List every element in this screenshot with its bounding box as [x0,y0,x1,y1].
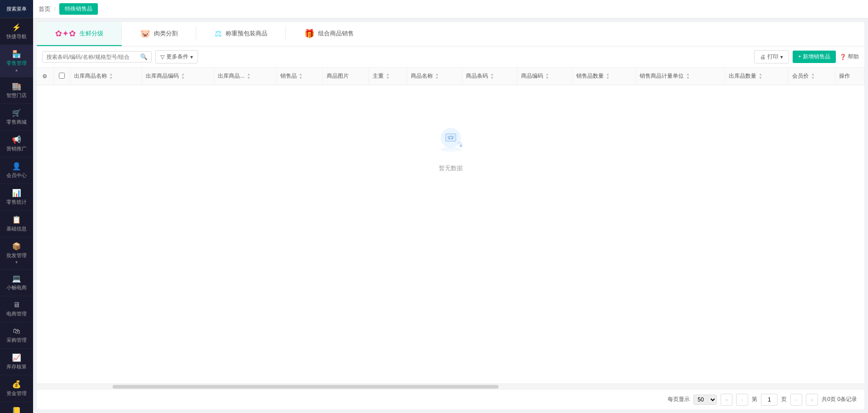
sidebar-item-finance[interactable]: 💰 资金管理 [0,375,33,402]
table-wrapper: ⚙ 出库商品名称 ▲▼ 出库 [37,68,864,384]
print-icon: 🖨 [760,54,766,60]
sidebar-item-label: 零售商城 [6,119,27,126]
sidebar-logo[interactable]: 搜索菜单 [0,0,33,18]
sidebar-item-ecommerce[interactable]: 💻 小畅电商 [0,270,33,296]
tab-combo-sales[interactable]: 🎁 组合商品销售 [286,22,372,46]
total-label: 共0页 0条记录 [822,396,857,403]
chevron-down-icon: ▲ [15,68,18,72]
col-main-weight: 主重 ▲▼ [369,68,407,85]
sort-icon5[interactable]: ▲▼ [386,73,390,80]
sort-icon[interactable]: ▲▼ [109,73,113,80]
sidebar-item-quick-nav[interactable]: ⚡ 快捷导航 [0,18,33,45]
sidebar-item-label: 营销推广 [6,145,27,152]
settings-icon2: ⚙ [42,73,47,80]
toolbar: 🔍 ▽ 更多条件 ▾ 🖨 打印 ▾ + 新增销售品 ❓ 帮助 [37,46,864,68]
store-icon: 🏬 [12,82,21,91]
next-page-button[interactable]: › [790,394,802,406]
svg-point-6 [460,144,462,147]
col-settings[interactable]: ⚙ [37,68,53,85]
tab-label: 组合商品销售 [318,29,354,38]
combo-icon: 🎁 [304,29,314,39]
tab-weigh-package[interactable]: ⚖ 称重预包装商品 [196,22,286,46]
search-input[interactable] [46,54,138,60]
filter-label: 更多条件 [166,53,188,61]
sidebar-item-ledger[interactable]: 📒 总账管理 [0,402,33,413]
breadcrumb-separator: / [54,6,56,12]
sidebar-item-smart-store[interactable]: 🏬 智慧门店 [0,77,33,104]
empty-text: 暂无数据 [439,164,463,172]
new-sale-button[interactable]: + 新增销售品 [793,51,836,63]
sidebar-item-ecommerce-mgmt[interactable]: 🖥 电商管理 [0,296,33,322]
sidebar: 搜索菜单 ⚡ 快捷导航 🏪 零售管理 ▲ 🏬 智慧门店 🛒 零售商城 📢 营销推… [0,0,33,413]
filter-button[interactable]: ▽ 更多条件 ▾ [155,50,198,63]
member-icon: 👤 [12,162,21,171]
sidebar-item-basic-info1[interactable]: 📋 基础信息 [0,211,33,237]
sort-icon3[interactable]: ▲▼ [247,73,250,80]
tab-label: 肉类分割 [154,29,178,38]
chevron-down-icon2: ▼ [15,260,18,264]
sidebar-item-retail-mall[interactable]: 🛒 零售商城 [0,104,33,131]
search-box[interactable]: 🔍 [42,51,152,63]
pagination-bar: 每页显示 50 10 20 100 « ‹ 第 页 › » 共0页 0条记录 [37,389,864,409]
select-all-checkbox[interactable] [59,73,65,79]
svg-point-1 [441,147,461,152]
ledger-icon: 📒 [12,407,21,413]
meat-cut-icon: 🐷 [140,29,150,39]
sidebar-item-retail-stats[interactable]: 📊 零售统计 [0,184,33,211]
sidebar-item-label: 资金管理 [6,390,27,397]
sidebar-item-marketing[interactable]: 📢 营销推广 [0,131,33,157]
sidebar-item-member[interactable]: 👤 会员中心 [0,157,33,184]
tab-label: 生鲜分级 [79,29,103,38]
sidebar-item-wholesale[interactable]: 📦 批发管理 ▼ [0,237,33,270]
sort-icon9[interactable]: ▲▼ [606,73,610,80]
page-unit: 页 [781,396,787,403]
filter-icon: ▽ [160,54,165,60]
chevron-down-icon4: ▾ [780,54,783,60]
col-barcode: 商品条码 ▲▼ [462,68,517,85]
sidebar-item-inventory[interactable]: 📈 库存核算 [0,349,33,375]
sidebar-item-label: 基础信息 [6,225,27,232]
search-icon[interactable]: 🔍 [140,53,148,60]
mall-icon: 🛒 [12,109,21,117]
page-size-select[interactable]: 50 10 20 100 [693,395,717,405]
sidebar-item-retail[interactable]: 🏪 零售管理 ▲ [0,45,33,77]
col-check[interactable] [53,68,70,85]
breadcrumb-home[interactable]: 首页 [39,5,51,13]
col-action: 操作 [835,68,864,85]
sort-icon7[interactable]: ▲▼ [490,73,494,80]
col-member-price: 会员价 ▲▼ [789,68,835,85]
sort-icon2[interactable]: ▲▼ [181,73,185,80]
last-page-button[interactable]: » [806,394,818,406]
print-button[interactable]: 🖨 打印 ▾ [754,50,789,63]
finance-icon: 💰 [12,380,21,389]
scrollbar-thumb[interactable] [113,385,499,389]
sidebar-item-label: 智慧门店 [6,92,27,99]
weigh-icon: ⚖ [215,29,222,39]
sort-icon10[interactable]: ▲▼ [686,73,690,80]
sidebar-item-label: 库存核算 [6,363,27,370]
col-out-name: 出库商品名称 ▲▼ [70,68,142,85]
chevron-down-icon3: ▾ [190,54,193,60]
sort-icon4[interactable]: ▲▼ [299,73,303,80]
sort-icon12[interactable]: ▲▼ [811,73,815,80]
breadcrumb-current[interactable]: 特殊销售品 [59,3,98,15]
help-button[interactable]: ❓ 帮助 [840,53,859,61]
first-page-button[interactable]: « [720,394,732,406]
horizontal-scrollbar[interactable] [37,384,864,389]
sort-icon6[interactable]: ▲▼ [435,73,439,80]
help-icon: ❓ [840,54,846,60]
topbar: 首页 / 特殊销售品 [33,0,868,18]
tab-meat-cut[interactable]: 🐷 肉类分割 [122,22,196,46]
prev-page-button[interactable]: ‹ [736,394,748,406]
tab-fresh-grade[interactable]: ✿✦✿ 生鲜分级 [37,22,122,46]
col-sale-goods: 销售品 ▲▼ [276,68,323,85]
sidebar-item-label: 采购管理 [6,337,27,344]
sort-icon11[interactable]: ▲▼ [759,73,762,80]
sort-icon8[interactable]: ▲▼ [545,73,549,80]
purchase-icon: 🛍 [13,327,20,335]
col-goods-name: 商品名称 ▲▼ [407,68,462,85]
empty-illustration [432,122,469,159]
page-number-input[interactable] [761,394,777,406]
sidebar-item-purchase[interactable]: 🛍 采购管理 [0,322,33,349]
ecommerce-icon: 💻 [12,274,21,283]
